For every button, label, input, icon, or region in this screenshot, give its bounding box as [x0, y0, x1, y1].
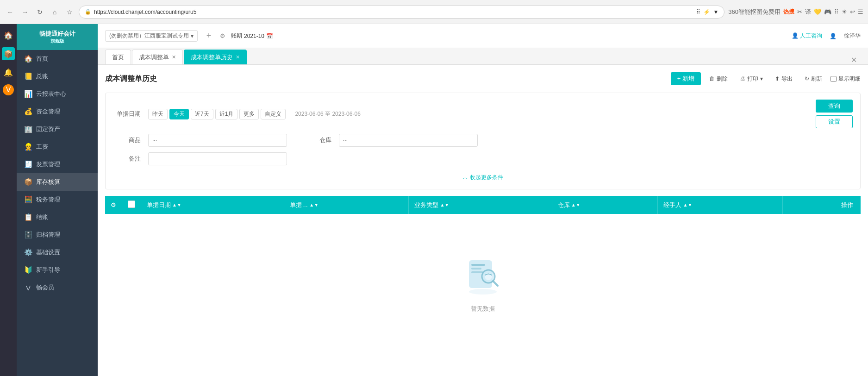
number-sort[interactable]: 单据… ▲▼ [290, 201, 403, 209]
url-bar[interactable]: 🔒 https://cloud.chanjet.com/accounting/u… [79, 6, 724, 19]
settings-icon[interactable]: ⚙ [220, 32, 225, 39]
flash-icon: ⚡ [703, 9, 710, 15]
sidebar-item-7[interactable]: 📦库存核算 [17, 173, 98, 191]
refresh-button[interactable]: ↻ [34, 6, 45, 18]
tab-cost-adjust-history-close[interactable]: ✕ [236, 54, 240, 60]
new-button[interactable]: + 新增 [671, 72, 701, 85]
icon-bar-active[interactable]: 📦 [2, 47, 15, 60]
calendar-icon[interactable]: 📅 [266, 33, 273, 39]
query-button[interactable]: 查询 [816, 100, 853, 113]
browser-tools: 360智能抠图免费用 热搜 ✂ 译 💛 🎮 ⠿ ☀ ↩ ☰ [728, 8, 863, 16]
col-date[interactable]: 单据日期 ▲▼ [141, 196, 284, 214]
user-service[interactable]: 👤 人工咨询 [792, 32, 822, 40]
header-checkbox[interactable] [128, 201, 135, 208]
data-table: ⚙ 单据日期 ▲▼ [105, 196, 861, 214]
add-tab-button[interactable]: + [203, 31, 214, 42]
warehouse-sort-arrows: ▲▼ [571, 203, 581, 207]
date-btn-0[interactable]: 昨天 [148, 109, 168, 119]
date-btn-5[interactable]: 自定义 [261, 109, 286, 119]
date-sort[interactable]: 单据日期 ▲▼ [147, 201, 278, 209]
sidebar-icon-7: 📦 [24, 178, 32, 186]
company-selector[interactable]: (勿删勿禁用）江西服宝测试专用 ▾ [105, 30, 198, 42]
svg-rect-2 [471, 264, 485, 266]
sidebar-item-10[interactable]: 🗄️归档管理 [17, 226, 98, 244]
export-icon: ⬆ [775, 75, 780, 82]
game-icon: 🎮 [824, 8, 831, 15]
tab-cost-adjust-history[interactable]: 成本调整单历史 ✕ [184, 50, 247, 64]
type-sort[interactable]: 业务类型 ▲▼ [414, 201, 546, 209]
app-wrapper: 🏠 📦 🔔 V 畅捷通好会计 旗舰版 🏠首页📒总账📊云报表中心💰资金管理🏢固定资… [0, 24, 868, 376]
display-checkbox[interactable] [831, 76, 837, 82]
display-toggle[interactable]: 显示明细 [831, 75, 861, 83]
home-button[interactable]: ⌂ [49, 6, 60, 18]
refresh-button[interactable]: ↻ 刷新 [801, 73, 826, 85]
handler-sort-arrows: ▲▼ [683, 203, 692, 207]
sidebar-item-11[interactable]: ⚙️基础设置 [17, 244, 98, 261]
col-type[interactable]: 业务类型 ▲▼ [409, 196, 552, 214]
col-settings[interactable]: ⚙ [105, 196, 122, 214]
icon-bar-notification[interactable]: 🔔 [2, 66, 15, 79]
sidebar-label-8: 税务管理 [36, 195, 60, 204]
date-range: 2023-06-06 至 2023-06-06 [295, 110, 360, 118]
page-title: 成本调整单历史 [105, 74, 157, 84]
sidebar-item-2[interactable]: 📊云报表中心 [17, 85, 98, 103]
sidebar-label-6: 发票管理 [36, 160, 60, 169]
tab-home[interactable]: 首页 [105, 50, 131, 64]
date-btn-2[interactable]: 近7天 [191, 109, 213, 119]
remark-input[interactable] [148, 152, 287, 165]
period-info: 账期 2021-10 📅 [231, 32, 273, 40]
setting-button[interactable]: 设置 [816, 115, 853, 128]
filter-bar: 单据日期 昨天今天近7天近1月更多自定义 2023-06-06 至 2023-0… [105, 93, 861, 189]
close-window-icon[interactable]: ✕ [847, 56, 861, 64]
delete-button[interactable]: 🗑 删除 [706, 73, 731, 85]
sidebar-item-3[interactable]: 💰资金管理 [17, 103, 98, 120]
sidebar-item-5[interactable]: 👷工资 [17, 138, 98, 156]
collapse-button[interactable]: ︿ 收起更多条件 [113, 171, 853, 182]
sidebar-item-13[interactable]: V畅会员 [17, 279, 98, 296]
sun-icon: ☀ [842, 8, 847, 15]
date-label: 单据日期 [113, 110, 141, 118]
product-select[interactable]: ··· [148, 134, 287, 147]
sidebar-item-0[interactable]: 🏠首页 [17, 50, 98, 68]
date-btn-4[interactable]: 更多 [239, 109, 259, 119]
sidebar-item-9[interactable]: 📋结账 [17, 208, 98, 226]
handler-sort[interactable]: 经手人 ▲▼ [663, 201, 776, 209]
warehouse-sort[interactable]: 仓库 ▲▼ [558, 201, 652, 209]
tab-cost-adjust-close[interactable]: ✕ [172, 54, 176, 60]
product-label: 商品 [113, 136, 141, 144]
print-button[interactable]: 🖨 打印 ▾ [736, 73, 767, 85]
sidebar-label-4: 固定资产 [36, 125, 60, 133]
refresh-icon: ↻ [805, 75, 809, 82]
scissors-icon: ✂ [797, 8, 802, 15]
sidebar-label-2: 云报表中心 [36, 90, 66, 98]
page-header: 成本调整单历史 + 新增 🗑 删除 🖨 打印 ▾ ⬆ [105, 72, 861, 85]
tab-cost-adjust-history-label: 成本调整单历史 [191, 53, 233, 62]
warehouse-select[interactable]: ··· [339, 134, 478, 147]
sidebar-item-4[interactable]: 🏢固定资产 [17, 120, 98, 138]
sidebar-item-1[interactable]: 📒总账 [17, 68, 98, 85]
empty-illustration [460, 251, 506, 297]
tab-cost-adjust[interactable]: 成本调整单 ✕ [132, 50, 183, 64]
filter-row-remark: 备注 [113, 152, 853, 165]
sidebar-label-13: 畅会员 [36, 283, 54, 292]
tabs-bar: 首页 成本调整单 ✕ 成本调整单历史 ✕ ✕ [98, 48, 868, 65]
company-dropdown-icon: ▾ [191, 33, 194, 39]
export-button[interactable]: ⬆ 导出 [771, 73, 796, 85]
grid-icon: ⠿ [834, 8, 839, 15]
col-handler[interactable]: 经手人 ▲▼ [658, 196, 782, 214]
date-btn-3[interactable]: 近1月 [215, 109, 238, 119]
sidebar-menu: 🏠首页📒总账📊云报表中心💰资金管理🏢固定资产👷工资🧾发票管理📦库存核算🧮税务管理… [17, 50, 98, 296]
icon-bar-orange[interactable]: V [3, 84, 14, 95]
col-warehouse[interactable]: 仓库 ▲▼ [552, 196, 658, 214]
sidebar-item-6[interactable]: 🧾发票管理 [17, 156, 98, 173]
date-btn-1[interactable]: 今天 [169, 109, 189, 119]
collapse-row: ︿ 收起更多条件 [113, 171, 853, 182]
back-button[interactable]: ← [5, 6, 16, 18]
col-check[interactable] [122, 196, 141, 214]
company-name: (勿删勿禁用）江西服宝测试专用 [109, 32, 189, 40]
bookmark-button[interactable]: ☆ [64, 6, 75, 18]
sidebar-item-12[interactable]: 🔰新手引导 [17, 261, 98, 279]
sidebar-item-8[interactable]: 🧮税务管理 [17, 191, 98, 208]
forward-button[interactable]: → [19, 6, 31, 18]
col-number[interactable]: 单据… ▲▼ [284, 196, 409, 214]
